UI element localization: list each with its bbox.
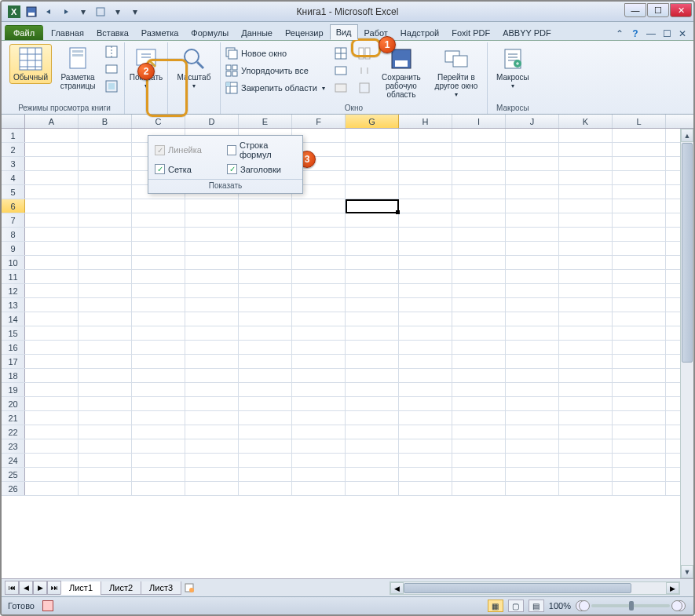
cell[interactable] (79, 482, 132, 495)
cell[interactable] (559, 341, 613, 354)
cell[interactable] (346, 411, 399, 425)
cell[interactable] (559, 143, 613, 156)
cell[interactable] (559, 383, 613, 396)
scroll-up-icon[interactable]: ▲ (681, 129, 693, 142)
cell[interactable] (506, 157, 559, 170)
cell[interactable] (79, 439, 132, 453)
macros-button[interactable]: Макросы ▾ (492, 44, 533, 93)
cell[interactable] (559, 454, 613, 467)
cell[interactable] (79, 411, 132, 425)
cell[interactable] (399, 326, 452, 340)
cell[interactable] (185, 242, 239, 255)
cell[interactable] (346, 341, 399, 354)
cell[interactable] (25, 143, 79, 156)
cell[interactable] (79, 185, 132, 199)
cell[interactable] (25, 341, 79, 354)
cell[interactable] (25, 270, 79, 283)
cell[interactable] (559, 482, 613, 495)
cell[interactable] (506, 482, 559, 495)
tab-layout[interactable]: Разметка (135, 25, 185, 40)
cell[interactable] (25, 411, 79, 425)
cell[interactable] (25, 468, 79, 481)
cell[interactable] (25, 425, 79, 439)
cell[interactable] (79, 454, 132, 467)
cell[interactable] (25, 355, 79, 368)
cell[interactable] (346, 213, 399, 227)
cell[interactable] (239, 228, 292, 241)
row-header[interactable]: 15 (2, 326, 25, 340)
cell[interactable] (292, 411, 346, 425)
col-header[interactable]: I (452, 115, 506, 128)
cell[interactable] (132, 242, 185, 255)
cell[interactable] (613, 468, 666, 481)
row-header[interactable]: 10 (2, 256, 25, 269)
page-break-preview-button[interactable] (104, 44, 119, 60)
cell[interactable] (399, 425, 452, 439)
cell[interactable] (452, 326, 506, 340)
cell[interactable] (559, 256, 613, 269)
cell[interactable] (559, 129, 613, 142)
row-header[interactable]: 1 (2, 129, 25, 142)
horizontal-scrollbar[interactable]: ◀ ▶ (390, 581, 680, 595)
cell[interactable] (346, 369, 399, 382)
cell[interactable] (79, 383, 132, 396)
tab-data[interactable]: Данные (235, 25, 279, 40)
cell[interactable] (399, 228, 452, 241)
tab-view[interactable]: Вид (330, 24, 358, 40)
cell[interactable] (185, 425, 239, 439)
cell[interactable] (452, 355, 506, 368)
cell[interactable] (346, 242, 399, 255)
cell[interactable] (346, 157, 399, 170)
cell[interactable] (399, 454, 452, 467)
cell[interactable] (399, 199, 452, 213)
cell[interactable] (185, 468, 239, 481)
col-header[interactable]: L (613, 115, 666, 128)
cell[interactable] (25, 171, 79, 184)
new-sheet-button[interactable] (181, 582, 197, 593)
cell[interactable] (399, 270, 452, 283)
cell[interactable] (79, 199, 132, 213)
cell[interactable] (132, 213, 185, 227)
row-header[interactable]: 4 (2, 171, 25, 184)
cell[interactable] (185, 213, 239, 227)
reset-position-button[interactable] (357, 80, 372, 96)
cell[interactable] (452, 213, 506, 227)
cell[interactable] (452, 411, 506, 425)
tab-insert[interactable]: Вставка (90, 25, 135, 40)
cell[interactable] (613, 199, 666, 213)
cell[interactable] (506, 425, 559, 439)
checkbox-icon[interactable]: ✓ (155, 164, 165, 174)
cell[interactable] (506, 143, 559, 156)
cell[interactable] (292, 242, 346, 255)
cell[interactable] (239, 284, 292, 297)
normal-view-button[interactable]: Обычный (9, 44, 52, 84)
checkbox-icon[interactable]: ✓ (227, 164, 237, 174)
cell[interactable] (613, 454, 666, 467)
qat-btn[interactable]: ▾ (75, 4, 91, 20)
qat-menu-icon[interactable]: ▾ (127, 4, 143, 20)
cell[interactable] (185, 326, 239, 340)
cell[interactable] (452, 439, 506, 453)
cell[interactable] (399, 355, 452, 368)
cell[interactable] (132, 383, 185, 396)
cell[interactable] (185, 199, 239, 213)
cell[interactable] (506, 369, 559, 382)
col-header[interactable]: D (185, 115, 239, 128)
cell[interactable] (185, 355, 239, 368)
zoom-slider[interactable] (591, 604, 670, 607)
cell[interactable] (79, 298, 132, 312)
cell[interactable] (399, 185, 452, 199)
cell[interactable] (25, 199, 79, 213)
cell[interactable] (239, 199, 292, 213)
cell[interactable] (239, 411, 292, 425)
cell[interactable] (506, 185, 559, 199)
cell[interactable] (346, 256, 399, 269)
cell[interactable] (185, 397, 239, 410)
cell[interactable] (506, 228, 559, 241)
select-all-corner[interactable] (2, 115, 25, 128)
cell[interactable] (613, 397, 666, 410)
cell[interactable] (399, 383, 452, 396)
formula-bar-checkbox[interactable]: Строка формул (227, 140, 296, 159)
row-header[interactable]: 22 (2, 425, 25, 439)
cell[interactable] (346, 468, 399, 481)
